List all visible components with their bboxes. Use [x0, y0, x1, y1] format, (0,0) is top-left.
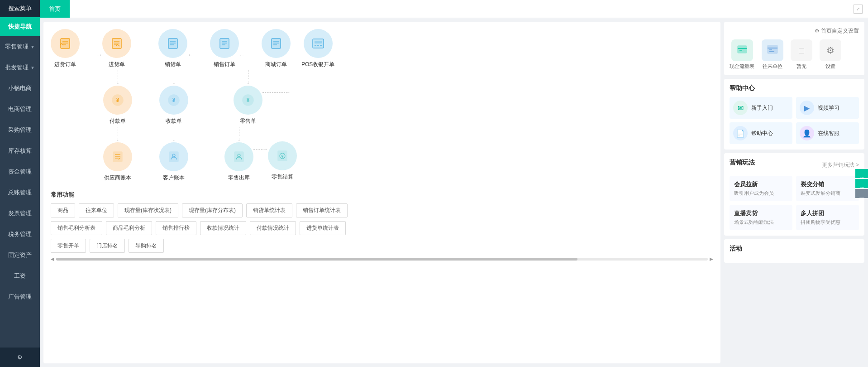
sidebar-nav-header: 快捷导航 [0, 17, 40, 36]
quick-icon-cashflow[interactable]: 现金流量表 [730, 39, 754, 70]
func-btn-store-rank[interactable]: 门店排名 [90, 239, 125, 253]
newbie-icon: ✉ [733, 101, 748, 115]
flow-node-pos[interactable]: POS收银开单 [301, 29, 334, 68]
func-btn-product[interactable]: 商品 [51, 203, 75, 217]
svg-rect-20 [272, 39, 281, 48]
func-btn-profit2[interactable]: 商品毛利分析 [106, 221, 152, 235]
sidebar-item-ecom[interactable]: 电商管理 [0, 99, 40, 120]
marketing-header: 营销玩法 更多营销玩法 > [730, 159, 859, 171]
help-grid: ✉ 新手入门 ▶ 视频学习 📄 帮助中心 👤 在线客服 [730, 97, 859, 144]
right-panel: ⚙ 首页自定义设置 现金流量表 [724, 22, 864, 363]
cashflow-icon [731, 39, 753, 61]
sidebar-item-inventory[interactable]: 库存核算 [0, 140, 40, 161]
svg-text:¥: ¥ [247, 97, 250, 103]
quick-icon-empty[interactable]: □ 暂无 [791, 39, 812, 70]
help-section: 帮助中心 ✉ 新手入门 ▶ 视频学习 📄 帮助中心 👤 [724, 79, 864, 150]
float-btn-desktop[interactable]: 桌面快捷 [855, 189, 868, 198]
support-icon: 👤 [800, 126, 814, 140]
flow-node-retail-out[interactable] [224, 142, 253, 171]
flow-node-retail[interactable]: ¥ [234, 86, 262, 115]
func-btn-rank[interactable]: 销售排行榜 [156, 221, 196, 235]
help-title: 帮助中心 [730, 84, 859, 92]
sidebar-item-wholesale[interactable]: 批发管理 ▼ [0, 57, 40, 78]
flow-node-purchase-order[interactable]: 进货订单 [51, 29, 80, 68]
marketing-item-group[interactable]: 多人拼团 拼团购物享受优惠 [796, 205, 859, 230]
sidebar-item-purchase[interactable]: 采购管理 [0, 120, 40, 140]
activity-title: 活动 [730, 245, 859, 253]
quick-icon-partner[interactable]: 往来单位 [762, 39, 783, 70]
flow-node-sales[interactable]: 销货单 [158, 29, 187, 68]
marketing-item-member[interactable]: 会员拉新 吸引用户成为会员 [730, 176, 792, 201]
help-item-video[interactable]: ▶ 视频学习 [796, 97, 859, 119]
svg-rect-37 [113, 152, 122, 162]
func-btn-partner[interactable]: 往来单位 [79, 203, 114, 217]
func-btn-retail-order[interactable]: 零售开单 [51, 239, 86, 253]
func-btn-receipt-stat[interactable]: 收款情况统计 [200, 221, 246, 235]
float-btn-hotline[interactable]: 客服热线 [855, 169, 868, 178]
help-item-newbie[interactable]: ✉ 新手入门 [730, 97, 792, 119]
flow-node-supplier-ledger[interactable] [103, 142, 132, 171]
sidebar-item-ledger[interactable]: 总账管理 [0, 182, 40, 203]
marketing-grid: 会员拉新 吸引用户成为会员 裂变分销 裂变式发展分销商 直播卖货 场景式购物新玩… [730, 176, 859, 230]
svg-rect-10 [168, 39, 177, 48]
scrollbar-thumb [56, 258, 577, 261]
sidebar: 搜索菜单 快捷导航 零售管理 ▼ 批发管理 ▼ 小畅电商 电商管理 采购管理 库… [0, 0, 40, 367]
more-marketing-link[interactable]: 更多营销玩法 > [822, 161, 859, 169]
sidebar-item-salary[interactable]: 工资 [0, 266, 40, 286]
tab-home[interactable]: 首页 [40, 0, 70, 18]
sidebar-item-ecom-small[interactable]: 小畅电商 [0, 78, 40, 99]
flow-node-purchase[interactable]: 进货单 [102, 29, 131, 68]
flow-node-shop-order[interactable]: 商城订单 [262, 29, 291, 68]
sidebar-item-retail[interactable]: 零售管理 ▼ [0, 36, 40, 57]
help-item-help[interactable]: 📄 帮助中心 [730, 122, 792, 144]
func-btn-purchase-stat[interactable]: 进货单统计表 [300, 221, 346, 235]
svg-text:¥: ¥ [281, 154, 283, 159]
func-btn-order-stat[interactable]: 销售订单统计表 [296, 203, 348, 217]
sidebar-item-assets[interactable]: 固定资产 [0, 245, 40, 266]
float-buttons: 客服热线 服务社区 桌面快捷 [855, 169, 868, 198]
svg-text:¥: ¥ [172, 97, 176, 103]
func-btn-sales-stat[interactable]: 销货单统计表 [246, 203, 292, 217]
content-area: 进货订单 → [40, 18, 868, 367]
func-btn-stock2[interactable]: 现存量(库存分布表) [182, 203, 243, 217]
topbar: 首页 ⤢ [40, 0, 868, 18]
func-grid-row2: 销售毛利分析表 商品毛利分析 销售排行榜 收款情况统计 付款情况统计 进货单统计… [51, 221, 713, 235]
quick-icon-settings[interactable]: ⚙ 设置 [820, 39, 841, 70]
func-grid-row1: 商品 往来单位 现存量(库存状况表) 现存量(库存分布表) 销货单统计表 销售订… [51, 203, 713, 217]
flow-section: 进货订单 → [51, 29, 713, 182]
func-grid-row3: 零售开单 门店排名 导购排名 [51, 239, 713, 253]
float-btn-community[interactable]: 服务社区 [855, 179, 868, 188]
svg-rect-15 [220, 39, 229, 48]
flow-node-sales-order[interactable]: 销售订单 [210, 29, 239, 68]
sidebar-search[interactable]: 搜索菜单 [0, 0, 40, 17]
topbar-right: ⤢ [854, 5, 868, 14]
main: 首页 ⤢ [40, 0, 868, 367]
scroll-left[interactable]: ◀ [51, 256, 54, 261]
func-btn-stock1[interactable]: 现存量(库存状况表) [118, 203, 178, 217]
sidebar-item-finance[interactable]: 资金管理 [0, 161, 40, 182]
scrollbar-row: ◀ ▶ [51, 256, 713, 261]
scrollbar-track[interactable] [56, 258, 708, 261]
flow-node-retail-settle[interactable]: ¥ [268, 141, 297, 170]
svg-text:¥: ¥ [116, 97, 119, 103]
expand-icon[interactable]: ⤢ [854, 5, 863, 14]
flow-node-payment[interactable]: ¥ [103, 86, 132, 115]
svg-rect-27 [315, 41, 322, 43]
sidebar-settings[interactable]: ⚙ [0, 348, 40, 367]
scroll-right[interactable]: ▶ [710, 256, 713, 261]
sidebar-item-ads[interactable]: 广告管理 [0, 286, 40, 307]
marketing-item-live[interactable]: 直播卖货 场景式购物新玩法 [730, 205, 792, 230]
marketing-section: 营销玩法 更多营销玩法 > 会员拉新 吸引用户成为会员 裂变分销 裂变式发展分销… [724, 153, 864, 236]
func-btn-payment-stat[interactable]: 付款情况统计 [250, 221, 296, 235]
flow-node-receipt[interactable]: ¥ [159, 86, 188, 115]
customize-settings[interactable]: ⚙ 首页自定义设置 [730, 27, 859, 35]
marketing-item-fission[interactable]: 裂变分销 裂变式发展分销商 [796, 176, 859, 201]
sidebar-item-invoice[interactable]: 发票管理 [0, 203, 40, 224]
sidebar-item-tax[interactable]: 税务管理 [0, 224, 40, 245]
empty-icon: □ [791, 39, 812, 61]
func-btn-profit1[interactable]: 销售毛利分析表 [51, 221, 102, 235]
svg-rect-48 [738, 46, 747, 53]
flow-node-customer-ledger[interactable] [159, 142, 188, 171]
func-btn-guide-rank[interactable]: 导购排名 [129, 239, 164, 253]
help-item-support[interactable]: 👤 在线客服 [796, 122, 859, 144]
